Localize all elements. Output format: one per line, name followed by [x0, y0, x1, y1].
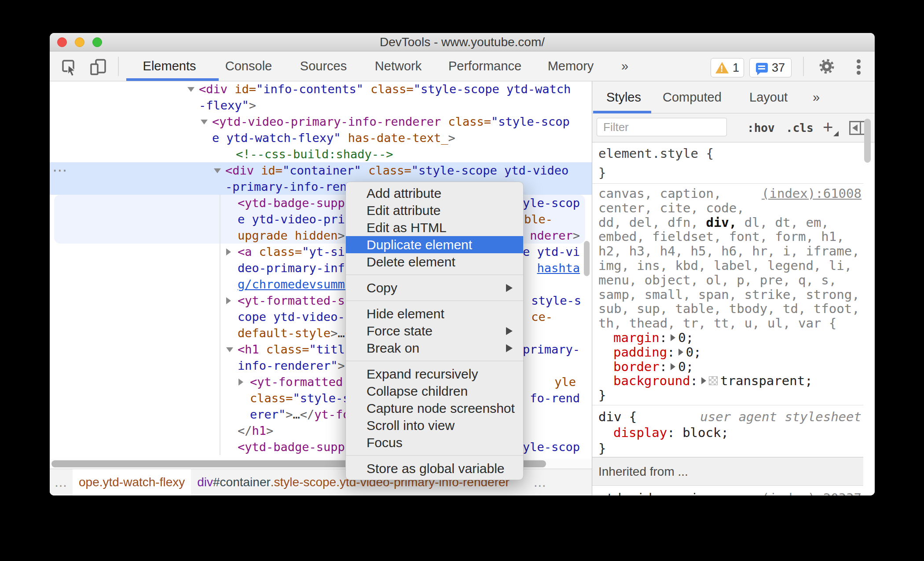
syntax-sel: h2, h3, h4, h5, h6, hr, i, iframe, — [598, 244, 860, 259]
css-property[interactable]: border:0; — [592, 360, 863, 374]
styles-tab-more[interactable]: » — [813, 81, 820, 113]
syntax-val: info-renderer" — [238, 359, 338, 372]
panel-divider[interactable] — [592, 81, 592, 495]
submenu-arrow-icon — [506, 344, 513, 352]
css-rule-partial[interactable]: ytd-video-primary(index):20337 — [592, 486, 863, 495]
css-property[interactable]: display: block; — [592, 425, 863, 441]
menu-item-collapse-children[interactable]: Collapse children — [346, 382, 523, 400]
toggle-sidebar-icon[interactable] — [849, 121, 866, 135]
maximize-window-button[interactable] — [92, 37, 102, 47]
inherited-from-header[interactable]: Inherited from ... — [592, 457, 863, 486]
syntax-attr: upgrade hidden — [238, 229, 338, 242]
syntax-selb: div, — [706, 215, 737, 230]
new-style-rule-dropdown-icon[interactable] — [833, 131, 839, 136]
property-expand-icon[interactable] — [671, 334, 675, 341]
syntax-tag: <ytd-video-primary-info-renderer — [212, 115, 441, 128]
menu-separator — [346, 455, 523, 456]
property-expand-icon[interactable] — [678, 349, 683, 356]
color-swatch[interactable] — [709, 376, 718, 385]
menu-item-focus[interactable]: Focus — [346, 434, 523, 451]
css-property[interactable]: background:transparent; — [592, 374, 863, 388]
pseudo-state-button[interactable]: :hov — [747, 113, 775, 142]
menu-item-expand-recursively[interactable]: Expand recursively — [346, 365, 523, 382]
menu-item-edit-as-html[interactable]: Edit as HTML — [346, 219, 523, 236]
stylesheet-link[interactable]: (index):20337 — [762, 489, 862, 495]
menu-item-hide-element[interactable]: Hide element — [346, 305, 523, 322]
css-property[interactable]: padding:0; — [592, 345, 863, 360]
menu-item-delete-element[interactable]: Delete element — [346, 253, 523, 270]
expander-open-icon[interactable] — [201, 120, 208, 124]
syntax-ell: … — [293, 408, 300, 421]
tab-network[interactable]: Network — [375, 51, 422, 81]
more-tabs-button[interactable]: » — [621, 51, 628, 81]
titlebar[interactable]: DevTools - www.youtube.com/ — [50, 33, 875, 51]
menu-separator — [346, 361, 523, 361]
syntax-tag: <h1 — [238, 342, 259, 356]
breadcrumb-item[interactable]: ope.ytd-watch-flexy — [73, 469, 191, 495]
syntax-pun: > — [338, 229, 345, 242]
tree-node-line[interactable]: e ytd-watch-flexy" has-date-text_> — [50, 130, 592, 146]
property-expand-icon[interactable] — [701, 377, 706, 384]
warnings-badge[interactable]: 1 — [711, 58, 744, 77]
stylesheet-link[interactable]: (index):61008 — [762, 186, 862, 201]
expander-closed-icon[interactable] — [238, 379, 243, 386]
expander-open-icon[interactable] — [214, 168, 221, 173]
styles-tab-computed[interactable]: Computed — [663, 81, 722, 113]
menu-item-add-attribute[interactable]: Add attribute — [346, 185, 523, 202]
tree-node-line[interactable]: <div id="container" class="style-scope y… — [50, 162, 592, 178]
breadcrumb-overflow-right[interactable]: … — [529, 475, 552, 490]
crumb-tag: div — [197, 475, 213, 489]
messages-badge[interactable]: 37 — [749, 58, 792, 77]
expander-closed-icon[interactable] — [226, 248, 231, 255]
syntax-tag: h1 — [252, 424, 267, 437]
menu-item-copy[interactable]: Copy — [346, 279, 523, 296]
minimize-window-button[interactable] — [75, 37, 84, 47]
syntax-val: "container" — [282, 164, 361, 177]
tab-console[interactable]: Console — [225, 51, 272, 81]
menu-item-force-state[interactable]: Force state — [346, 322, 523, 339]
inspect-element-icon[interactable] — [61, 58, 78, 76]
menu-item-edit-attribute[interactable]: Edit attribute — [346, 202, 523, 219]
menu-item-break-on[interactable]: Break on — [346, 339, 523, 357]
css-property[interactable]: margin:0; — [592, 331, 863, 345]
menu-item-capture-node-screenshot[interactable]: Capture node screenshot — [346, 400, 523, 417]
elements-vertical-scrollbar[interactable] — [584, 241, 590, 276]
tree-node-line[interactable]: <div id="info-contents" class="style-sco… — [50, 81, 592, 97]
tree-node-line[interactable]: -flexy"> — [50, 97, 592, 113]
expander-open-icon[interactable] — [187, 87, 194, 92]
device-toolbar-icon[interactable] — [89, 58, 108, 76]
tab-memory[interactable]: Memory — [548, 51, 594, 81]
styles-vertical-scrollbar[interactable] — [864, 119, 871, 163]
css-rule-main[interactable]: (index):61008canvas, caption,center, cit… — [592, 184, 863, 405]
styles-filter-input[interactable]: Filter — [597, 118, 727, 136]
submenu-arrow-icon — [506, 327, 513, 335]
styles-tab-layout[interactable]: Layout — [749, 81, 788, 113]
tab-sources[interactable]: Sources — [300, 51, 347, 81]
expander-open-icon[interactable] — [226, 347, 233, 352]
syntax-tag: <ytd-badge-supp — [238, 196, 345, 210]
tree-node-line[interactable]: <!--css-build:shady--> — [50, 146, 592, 162]
expander-closed-icon[interactable] — [226, 297, 231, 304]
syntax-pun: > — [266, 424, 273, 437]
new-style-rule-button[interactable]: + — [823, 113, 833, 142]
settings-gear-icon[interactable] — [818, 58, 836, 75]
styles-tab-styles[interactable]: Styles — [606, 81, 641, 113]
tree-line-wrapped-fragment: hashta — [537, 260, 580, 276]
element-style-rule[interactable]: element.style { } — [592, 142, 863, 184]
menu-item-store-as-global-variable[interactable]: Store as global variable — [346, 460, 523, 477]
breadcrumb-overflow-left[interactable]: … — [50, 475, 73, 490]
syntax-pun: > — [249, 98, 256, 112]
menu-item-duplicate-element[interactable]: Duplicate element — [346, 236, 523, 253]
tab-elements[interactable]: Elements — [143, 51, 196, 81]
rule-selector-line: (index):61008canvas, caption, — [592, 186, 863, 201]
tree-node-line[interactable]: <ytd-video-primary-info-renderer class="… — [50, 113, 592, 130]
more-options-kebab-icon[interactable] — [857, 59, 861, 76]
element-classes-button[interactable]: .cls — [786, 113, 814, 142]
css-rule-div[interactable]: div {user agent stylesheet display: bloc… — [592, 405, 863, 457]
tab-performance[interactable]: Performance — [448, 51, 521, 81]
menu-item-scroll-into-view[interactable]: Scroll into view — [346, 417, 523, 434]
close-window-button[interactable] — [57, 37, 67, 47]
syntax-val: "style-scope ytd-video — [411, 164, 569, 177]
property-expand-icon[interactable] — [671, 363, 675, 370]
syntax-sel: th, thead, tr, tt, u, ul, var { — [598, 316, 836, 331]
